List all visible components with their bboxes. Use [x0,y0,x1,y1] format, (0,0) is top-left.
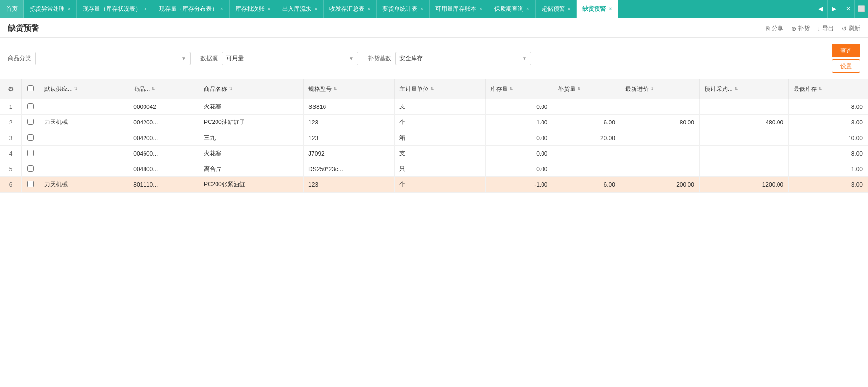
row-latest-price-5 [620,161,699,177]
row-latest-price-3 [620,130,699,146]
row-est-purchase-6: 1200.00 [699,177,788,193]
row-checkbox-2[interactable] [27,119,34,125]
row-replenish-5 [553,161,620,177]
row-checkbox-cell-5 [22,161,39,177]
row-min-stock-5: 1.00 [789,161,868,177]
row-product-name-6: PC200张紧油缸 [199,177,303,193]
tab-close-batch-account[interactable]: × [268,6,271,12]
row-checkbox-4[interactable] [27,150,34,156]
th-product-code-label: 商品... [133,85,150,93]
row-unit-4: 支 [394,146,485,161]
row-replenish-6: 6.00 [553,177,620,193]
row-replenish-4 [553,146,620,161]
tab-close-overstock[interactable]: × [568,6,571,12]
tab-item-receive-summary[interactable]: 收发存汇总表× [324,0,377,18]
th-est-purchase-sort-icon: ⇅ [734,87,738,91]
row-checkbox-6[interactable] [27,181,34,187]
row-checkbox-cell-1 [22,99,39,115]
row-min-stock-2: 3.00 [789,115,868,130]
row-num-6: 6 [0,177,22,193]
tab-item-overstock[interactable]: 超储预警× [536,0,577,18]
tab-prev-button[interactable]: ◀ [814,0,827,18]
row-product-name-2: PC200油缸缸子 [199,115,303,130]
th-est-purchase[interactable]: 预计采购... ⇅ [699,79,788,99]
replenish-icon: ⊕ [791,25,796,32]
datasource-select[interactable]: 可用量 ▼ [222,52,358,65]
select-all-checkbox[interactable] [27,85,34,91]
tab-close-inout-flow[interactable]: × [314,6,317,12]
tab-close-order-stat[interactable]: × [420,6,423,12]
table-row: 3 004200... 三九 123 箱 0.00 20.00 10.00 [0,130,868,146]
row-latest-price-1 [620,99,699,115]
share-button[interactable]: ⎘ 分享 [766,24,783,33]
tab-next-button[interactable]: ▶ [827,0,841,18]
tab-close-window-button[interactable]: ✕ [841,0,854,18]
th-product-name[interactable]: 商品名称 ⇅ [199,79,303,99]
th-product-name-label: 商品名称 [204,85,227,93]
settings-button[interactable]: 设置 [832,59,860,73]
query-button[interactable]: 查询 [832,44,860,57]
th-unit-label: 主计量单位 [399,85,429,93]
tab-label: 首页 [6,5,18,13]
th-spec[interactable]: 规格型号 ⇅ [304,79,395,99]
tab-item-inout-flow[interactable]: 出入库流水× [276,0,324,18]
replenish-base-select[interactable]: 安全库存 ▼ [395,52,531,65]
th-min-stock[interactable]: 最低库存 ⇅ [789,79,868,99]
th-unit[interactable]: 主计量单位 ⇅ [394,79,485,99]
tab-close-exception[interactable]: × [68,6,71,12]
tab-item-inventory-dist[interactable]: 现存量（库存分布表）× [153,0,230,18]
tab-item-expiry-query[interactable]: 保质期查询× [488,0,536,18]
th-stock[interactable]: 库存量 ⇅ [486,79,553,99]
row-checkbox-3[interactable] [27,134,34,141]
th-replenish[interactable]: 补货量 ⇅ [553,79,620,99]
tab-item-home[interactable]: 首页 [0,0,24,18]
row-checkbox-1[interactable] [27,103,34,109]
row-checkbox-cell-6 [22,177,39,193]
replenish-button[interactable]: ⊕ 补货 [791,24,810,33]
row-product-name-3: 三九 [199,130,303,146]
row-checkbox-cell-3 [22,130,39,146]
tab-item-exception[interactable]: 拣货异常处理× [24,0,77,18]
category-arrow-icon: ▼ [181,56,186,61]
tab-close-shortage[interactable]: × [609,6,612,12]
tab-item-inventory-status[interactable]: 现存量（库存状况表）× [77,0,153,18]
th-stock-label: 库存量 [490,85,508,93]
table-row: 4 004600... 火花塞 J7092 支 0.00 8.00 [0,146,868,161]
row-unit-6: 个 [394,177,485,193]
row-num-2: 2 [0,115,22,130]
row-stock-3: 0.00 [486,130,553,146]
tab-close-inventory-status[interactable]: × [144,6,147,12]
export-icon: ↓ [817,25,820,32]
tab-close-available-ledger[interactable]: × [479,6,482,12]
row-est-purchase-4 [699,146,788,161]
th-checkbox [22,79,39,99]
row-num-4: 4 [0,146,22,161]
tab-maximize-button[interactable]: ⬜ [854,0,868,18]
row-spec-2: 123 [304,115,395,130]
th-product-code[interactable]: 商品... ⇅ [128,79,199,99]
export-button[interactable]: ↓ 导出 [817,24,834,33]
row-product-name-4: 火花塞 [199,146,303,161]
tab-item-available-ledger[interactable]: 可用量库存账本× [430,0,488,18]
th-supplier[interactable]: 默认供应... ⇅ [39,79,128,99]
th-unit-sort-icon: ⇅ [430,87,434,91]
filter-bar: 商品分类 ▼ 数据源 可用量 ▼ 补货基数 安全库存 ▼ 查询 设置 [0,38,868,79]
table-row: 1 0000042 火花塞 SS816 支 0.00 8.00 [0,99,868,115]
gear-settings-icon[interactable]: ⚙ [5,83,17,95]
replenish-label: 补货 [798,24,810,33]
table-header-row: ⚙ 默认供应... ⇅ 商品... ⇅ [0,79,868,99]
tab-item-batch-account[interactable]: 库存批次账× [230,0,277,18]
th-latest-price[interactable]: 最新进价 ⇅ [620,79,699,99]
category-select[interactable]: ▼ [35,52,191,65]
tab-close-expiry-query[interactable]: × [526,6,529,12]
tab-close-receive-summary[interactable]: × [367,6,370,12]
tab-item-order-stat[interactable]: 要货单统计表× [377,0,430,18]
row-checkbox-5[interactable] [27,165,34,172]
refresh-button[interactable]: ↺ 刷新 [842,24,860,33]
tab-item-shortage[interactable]: 缺货预警× [577,0,618,18]
tab-close-inventory-dist[interactable]: × [220,6,223,12]
row-product-code-1: 0000042 [128,99,199,115]
row-replenish-2: 6.00 [553,115,620,130]
row-spec-4: J7092 [304,146,395,161]
table-row: 6 力天机械 801110... PC200张紧油缸 123 个 -1.00 6… [0,177,868,193]
